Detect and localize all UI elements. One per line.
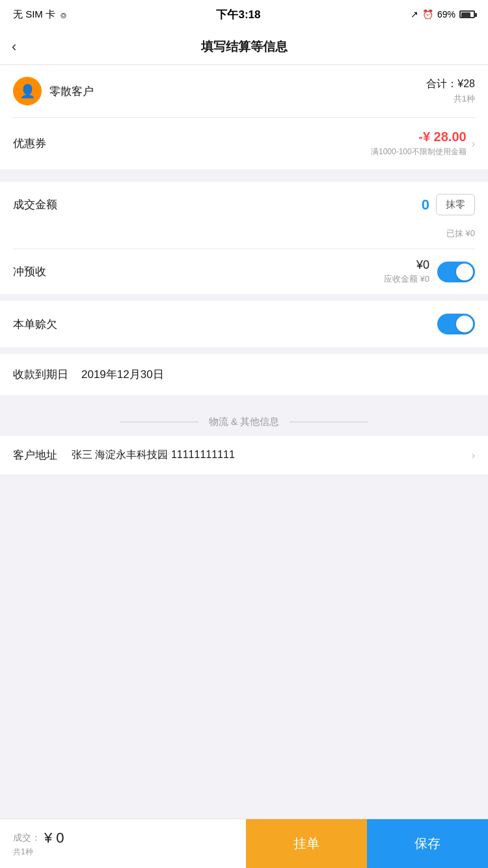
transaction-input-wrap: 抹零 bbox=[390, 194, 475, 215]
prepay-values: ¥0 应收金额 ¥0 bbox=[384, 258, 429, 285]
toggle-thumb bbox=[456, 264, 473, 280]
wifi-icon: ⌾ bbox=[61, 9, 66, 20]
customer-total: 合计：¥28 共1种 bbox=[426, 77, 475, 105]
nav-bar: ‹ 填写结算等信息 bbox=[0, 29, 488, 65]
prepay-label: 冲预收 bbox=[13, 264, 46, 279]
debt-label: 本单赊欠 bbox=[13, 317, 57, 332]
hold-button-label: 挂单 bbox=[293, 835, 319, 852]
ya-mo-row: 已抹 ¥0 bbox=[0, 227, 488, 249]
due-date-row: 收款到期日 2019年12月30日 bbox=[0, 354, 488, 395]
logistics-title: 物流 & 其他信息 bbox=[209, 416, 279, 428]
customer-left: 👤 零散客户 bbox=[13, 77, 94, 105]
due-date-value: 2019年12月30日 bbox=[81, 367, 164, 382]
status-right: ↗ ⏰ 69% bbox=[411, 9, 475, 20]
customer-row: 👤 零散客户 合计：¥28 共1种 bbox=[0, 65, 488, 117]
transaction-label: 成交金额 bbox=[13, 197, 57, 212]
coupon-amount: -¥ 28.00 bbox=[371, 129, 467, 144]
hold-button[interactable]: 挂单 bbox=[246, 819, 367, 869]
coupon-label: 优惠券 bbox=[13, 136, 46, 151]
location-icon: ↗ bbox=[411, 9, 418, 20]
customer-card: 👤 零散客户 合计：¥28 共1种 优惠券 -¥ 28.00 满1000-100… bbox=[0, 65, 488, 169]
back-button[interactable]: ‹ bbox=[12, 38, 16, 55]
prepay-amount: ¥0 bbox=[384, 258, 429, 272]
debt-toggle-thumb bbox=[456, 316, 473, 332]
nav-title: 填写结算等信息 bbox=[201, 38, 288, 55]
address-value: 张三 海淀永丰科技园 11111111111 bbox=[72, 448, 472, 462]
debt-row: 本单赊欠 bbox=[0, 301, 488, 347]
logistics-section: 物流 & 其他信息 bbox=[0, 408, 488, 436]
address-row[interactable]: 客户地址 张三 海淀永丰科技园 11111111111 › bbox=[0, 436, 488, 474]
total-amount: 合计：¥28 bbox=[426, 77, 475, 91]
gray-sep-3 bbox=[0, 401, 488, 408]
prepay-right: ¥0 应收金额 ¥0 bbox=[384, 258, 475, 285]
alarm-icon: ⏰ bbox=[422, 9, 433, 20]
gray-sep-2 bbox=[0, 294, 488, 301]
round-zero-button[interactable]: 抹零 bbox=[436, 194, 475, 215]
debt-toggle[interactable] bbox=[437, 314, 475, 334]
logistics-line-left bbox=[120, 422, 198, 422]
chevron-right-icon: › bbox=[472, 138, 475, 150]
save-button-label: 保存 bbox=[414, 835, 441, 852]
battery-percent: 69% bbox=[437, 9, 455, 20]
gray-sep-1 bbox=[0, 176, 488, 182]
save-button[interactable]: 保存 bbox=[367, 819, 488, 869]
prepay-row: 冲预收 ¥0 应收金额 ¥0 bbox=[0, 249, 488, 294]
total-count: 共1种 bbox=[426, 93, 475, 105]
coupon-value: -¥ 28.00 满1000-100不限制使用金额 bbox=[371, 129, 467, 157]
logistics-header: 物流 & 其他信息 bbox=[0, 416, 488, 428]
address-chevron-icon: › bbox=[472, 450, 475, 461]
prepay-toggle[interactable] bbox=[437, 262, 475, 282]
coupon-row[interactable]: 优惠券 -¥ 28.00 满1000-100不限制使用金额 › bbox=[0, 118, 488, 169]
deal-amount: ¥ 0 bbox=[44, 830, 64, 847]
due-date-label: 收款到期日 bbox=[13, 367, 68, 382]
ya-mo-text: 已抹 ¥0 bbox=[446, 228, 475, 238]
address-label: 客户地址 bbox=[13, 448, 65, 463]
avatar-icon: 👤 bbox=[20, 83, 36, 99]
content: 👤 零散客户 合计：¥28 共1种 优惠券 -¥ 28.00 满1000-100… bbox=[0, 65, 488, 533]
deal-count: 共1种 bbox=[13, 847, 233, 858]
prepay-sub: 应收金额 ¥0 bbox=[384, 273, 429, 285]
bottom-info: 成交： ¥ 0 共1种 bbox=[0, 830, 246, 858]
status-left: 无 SIM 卡 ⌾ bbox=[13, 8, 66, 21]
transaction-input[interactable] bbox=[390, 197, 429, 213]
transaction-row: 成交金额 抹零 bbox=[0, 182, 488, 227]
transaction-section: 成交金额 抹零 已抹 ¥0 冲预收 ¥0 应收金额 ¥0 bbox=[0, 182, 488, 294]
coupon-right: -¥ 28.00 满1000-100不限制使用金额 › bbox=[371, 129, 475, 157]
status-bar: 无 SIM 卡 ⌾ 下午3:18 ↗ ⏰ 69% bbox=[0, 0, 488, 29]
status-time: 下午3:18 bbox=[216, 7, 260, 22]
logistics-line-right bbox=[290, 422, 368, 422]
battery-icon bbox=[459, 10, 475, 18]
coupon-desc: 满1000-100不限制使用金额 bbox=[371, 146, 467, 157]
customer-avatar: 👤 bbox=[13, 77, 42, 105]
deal-label: 成交： bbox=[13, 832, 40, 844]
carrier-text: 无 SIM 卡 bbox=[13, 8, 55, 21]
customer-name: 零散客户 bbox=[49, 84, 94, 99]
bottom-amount-row: 成交： ¥ 0 bbox=[13, 830, 233, 847]
bottom-bar: 成交： ¥ 0 共1种 挂单 保存 bbox=[0, 819, 488, 868]
